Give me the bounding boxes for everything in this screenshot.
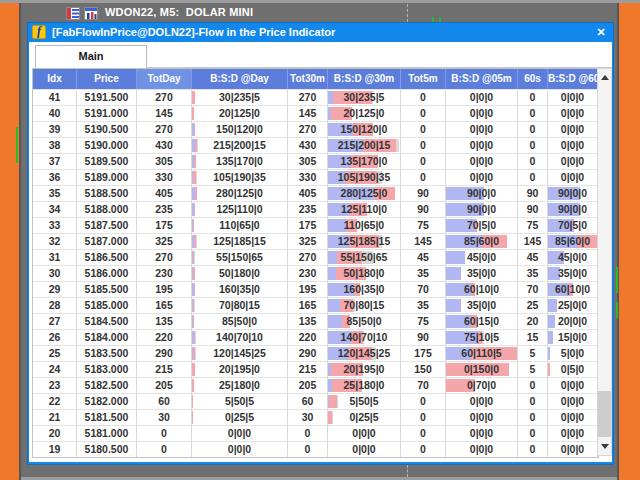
table-row[interactable]: 245183.00021520|195|021520|195|01500|150… — [33, 361, 598, 377]
cell: 75 — [518, 217, 548, 233]
tab-main[interactable]: Main — [35, 45, 147, 68]
cell: 19 — [33, 441, 77, 457]
cell: 32 — [33, 233, 77, 249]
table-row[interactable]: 355188.500405280|125|0405280|125|09090|0… — [33, 185, 598, 201]
cell: 0|0|0 — [446, 441, 518, 457]
table-row[interactable]: 275184.50013585|50|013585|50|07560|15|02… — [33, 313, 598, 329]
cell: 5191.500 — [77, 89, 137, 105]
cell: 85|50|0 — [192, 313, 288, 329]
cell: 45 — [518, 249, 548, 265]
cell: 0|0|0 — [548, 153, 598, 169]
table-row[interactable]: 265184.000220140|70|10220140|70|109075|1… — [33, 329, 598, 345]
cell: 220 — [288, 329, 328, 345]
cell: 5|50|5 — [328, 393, 401, 409]
table-row[interactable]: 205181.00000|0|000|0|000|0|000|0|0 — [33, 425, 598, 441]
cell: 0 — [401, 137, 446, 153]
cell: 165 — [137, 297, 192, 313]
table-row[interactable]: 305186.00023050|180|023050|180|03535|0|0… — [33, 265, 598, 281]
cell: 0 — [518, 393, 548, 409]
cell: 0|0|0 — [548, 137, 598, 153]
table-row[interactable]: 315186.50027055|150|6527055|150|654545|0… — [33, 249, 598, 265]
cell: 70 — [518, 281, 548, 297]
cell: 90 — [518, 201, 548, 217]
cell: 330 — [137, 169, 192, 185]
cell: 220 — [137, 329, 192, 345]
cell: 30|235|5 — [192, 89, 288, 105]
cell: 27 — [33, 313, 77, 329]
table-row[interactable]: 405191.00014520|125|014520|125|000|0|000… — [33, 105, 598, 121]
buy-bar — [328, 299, 340, 312]
cell: 0 — [401, 425, 446, 441]
column-header[interactable]: B:S:D @30m — [328, 69, 401, 89]
cell: 0|70|0 — [446, 377, 518, 393]
cell: 0|0|0 — [192, 425, 288, 441]
cell: 140|70|10 — [192, 329, 288, 345]
buy-bar — [328, 251, 337, 264]
cell: 90|0|0 — [548, 185, 598, 201]
table-row[interactable]: 345188.000235125|110|0235125|110|09090|0… — [33, 201, 598, 217]
cell: 110|65|0 — [328, 217, 401, 233]
cell: 60|15|0 — [446, 313, 518, 329]
cell: 0|0|0 — [548, 425, 598, 441]
table-row[interactable]: 365189.000330105|190|35330105|190|3500|0… — [33, 169, 598, 185]
table-row[interactable]: 255183.500290120|145|25290120|145|251756… — [33, 345, 598, 361]
cell: 0 — [518, 441, 548, 457]
scroll-down-icon[interactable] — [598, 438, 611, 455]
cell: 0|0|0 — [446, 153, 518, 169]
table-row[interactable]: 335187.500175110|65|0175110|65|07570|5|0… — [33, 217, 598, 233]
column-header[interactable]: B:S:D @Day — [192, 69, 288, 89]
cell: 270 — [288, 89, 328, 105]
column-header[interactable]: 60s — [518, 69, 548, 89]
cell: 70|80|15 — [328, 297, 401, 313]
chart-titlebar[interactable]: WDON22, M5: DOLAR MINI — [21, 3, 617, 22]
table-row[interactable]: 295185.500195160|35|0195160|35|07060|10|… — [33, 281, 598, 297]
cell: 23 — [33, 377, 77, 393]
indicator-titlebar[interactable]: f [FabFlowInPrice@DOLN22]-Flow in the Pr… — [27, 22, 614, 42]
cell: 35 — [401, 265, 446, 281]
cell: 30 — [33, 265, 77, 281]
cell: 325 — [137, 233, 192, 249]
column-header[interactable]: Tot5m — [401, 69, 446, 89]
column-header[interactable]: B:S:D @05m — [446, 69, 518, 89]
table-row[interactable]: 375189.500305135|170|0305135|170|000|0|0… — [33, 153, 598, 169]
column-header[interactable]: B:S:D @60s — [548, 69, 598, 89]
cell: 0 — [137, 425, 192, 441]
cell: 15 — [518, 329, 548, 345]
table-row[interactable]: 235182.50020525|180|020525|180|0700|70|0… — [33, 377, 598, 393]
table-row[interactable]: 285185.00016570|80|1516570|80|153535|0|0… — [33, 297, 598, 313]
period-separator — [407, 4, 408, 22]
column-header[interactable]: Tot30m — [288, 69, 328, 89]
sell-bar — [192, 107, 194, 120]
cell: 0|0|0 — [446, 409, 518, 425]
sell-bar — [194, 123, 195, 136]
scrollbar-thumb[interactable] — [598, 391, 611, 437]
cell: 0|0|0 — [548, 105, 598, 121]
cell: 150|120|0 — [328, 121, 401, 137]
table-row[interactable]: 225182.000605|50|5605|50|500|0|000|0|0 — [33, 393, 598, 409]
table-row[interactable]: 385190.000430215|200|15430215|200|1500|0… — [33, 137, 598, 153]
table-row[interactable]: 215181.500300|25|5300|25|500|0|000|0|0 — [33, 409, 598, 425]
column-header[interactable]: Price — [77, 69, 137, 89]
table-row[interactable]: 195180.50000|0|000|0|000|0|000|0|0 — [33, 441, 598, 457]
scroll-up-icon[interactable] — [598, 69, 611, 86]
cell: 110|65|0 — [192, 217, 288, 233]
cell: 90 — [518, 185, 548, 201]
column-header[interactable]: TotDay — [137, 69, 192, 89]
table-row[interactable]: 415191.50027030|235|527030|235|500|0|000… — [33, 89, 598, 105]
cell: 90|0|0 — [548, 201, 598, 217]
cell: 21 — [33, 409, 77, 425]
vertical-scrollbar[interactable] — [597, 68, 612, 456]
cell: 5186.000 — [77, 265, 137, 281]
cell: 5189.000 — [77, 169, 137, 185]
cell: 305 — [288, 153, 328, 169]
close-icon[interactable]: ✕ — [593, 24, 609, 40]
table-row[interactable]: 325187.000325125|185|15325125|185|151458… — [33, 233, 598, 249]
cell: 0|0|0 — [446, 169, 518, 185]
cell: 5187.000 — [77, 233, 137, 249]
column-header[interactable]: Idx — [33, 69, 77, 89]
period-separator — [407, 465, 408, 477]
cell: 150 — [401, 361, 446, 377]
cell: 175 — [401, 345, 446, 361]
cell: 0|0|0 — [548, 393, 598, 409]
table-row[interactable]: 395190.500270150|120|0270150|120|000|0|0… — [33, 121, 598, 137]
